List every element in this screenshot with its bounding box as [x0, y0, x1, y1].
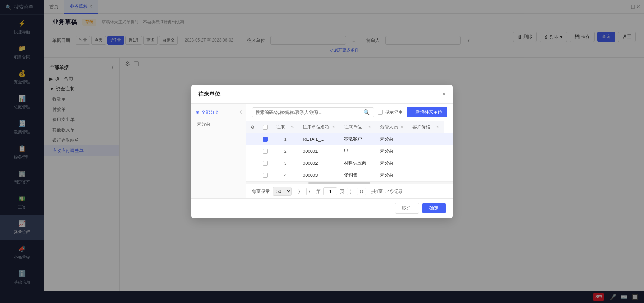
- row-name-cell: 材料供应商: [340, 157, 376, 169]
- row-checkbox-cell[interactable]: [259, 145, 272, 157]
- dialog-search-box[interactable]: 🔍: [252, 107, 374, 117]
- total-label: 共1页，4条记录: [371, 188, 403, 195]
- sort-icon: ⇅: [291, 125, 294, 129]
- row-checkbox[interactable]: [263, 173, 268, 178]
- row-index-cell: 4: [272, 169, 299, 181]
- th-name[interactable]: 往来单位名称 ⇅: [299, 121, 340, 133]
- collapse-icon[interactable]: 《: [237, 109, 242, 115]
- row-manager-cell: [408, 133, 444, 145]
- page-last-btn[interactable]: ⟩⟩: [357, 188, 366, 195]
- dialog-search-input[interactable]: [256, 110, 361, 115]
- row-category-cell: 未分类: [376, 133, 408, 145]
- cancel-button[interactable]: 取消: [395, 203, 419, 214]
- page-word: 第: [316, 188, 321, 195]
- dialog-overlay: 往来单位 × ⊞ 全部分类 《 未分类: [0, 0, 644, 303]
- th-category[interactable]: 往来单位... ⇅: [340, 121, 376, 133]
- table-row[interactable]: 2 000001 甲 未分类: [246, 145, 453, 157]
- row-setting-cell: [246, 169, 259, 181]
- row-checkbox[interactable]: [263, 149, 268, 154]
- row-price-cell: [444, 133, 453, 145]
- row-code-cell: RETAIL_...: [299, 133, 340, 145]
- row-setting-cell: [246, 145, 259, 157]
- page-prev-btn[interactable]: ⟨: [306, 188, 313, 195]
- row-checkbox-cell[interactable]: [259, 169, 272, 181]
- dialog-sidebar-unclassified[interactable]: 未分类: [191, 118, 246, 130]
- row-checkbox-cell[interactable]: [259, 157, 272, 169]
- dialog-scrollbar[interactable]: [246, 181, 453, 184]
- row-price-cell: [444, 157, 453, 169]
- row-manager-cell: [408, 169, 444, 181]
- page-size-select[interactable]: 50 100: [273, 187, 292, 196]
- th-price[interactable]: 客户价格... ⇅: [408, 121, 444, 133]
- dialog-table: ⚙ 往来... ⇅ 往来单位名称: [246, 121, 453, 181]
- row-category-cell: 未分类: [376, 169, 408, 181]
- row-manager-cell: [408, 145, 444, 157]
- table-row[interactable]: 1 RETAIL_... 零散客户 未分类: [246, 133, 453, 145]
- dialog-toolbar: 🔍 显示停用 + 新增往来单位: [246, 104, 453, 121]
- row-index-cell: 2: [272, 145, 299, 157]
- partner-dialog: 往来单位 × ⊞ 全部分类 《 未分类: [191, 85, 453, 218]
- row-price-cell: [444, 169, 453, 181]
- row-index-cell: 1: [272, 133, 299, 145]
- page-number-input[interactable]: [323, 187, 337, 195]
- th-checkbox[interactable]: [259, 121, 272, 133]
- dialog-table-wrap: ⚙ 往来... ⇅ 往来单位名称: [246, 121, 453, 181]
- sort-icon: ⇅: [332, 125, 335, 129]
- add-partner-button[interactable]: + 新增往来单位: [407, 107, 447, 117]
- row-code-cell: 000002: [299, 157, 340, 169]
- dialog-body: ⊞ 全部分类 《 未分类 🔍 显示停用: [191, 104, 453, 198]
- page-label: 页: [340, 188, 344, 195]
- confirm-button[interactable]: 确定: [422, 203, 446, 213]
- select-all-dialog-checkbox[interactable]: [263, 125, 268, 130]
- page-first-btn[interactable]: ⟨⟨: [295, 188, 303, 195]
- row-checkbox[interactable]: [263, 137, 268, 142]
- dialog-footer: 取消 确定: [191, 198, 453, 218]
- row-setting-cell: [246, 133, 259, 145]
- dialog-main: 🔍 显示停用 + 新增往来单位: [246, 104, 453, 198]
- th-manager[interactable]: 分管人员 ⇅: [376, 121, 408, 133]
- row-category-cell: 未分类: [376, 145, 408, 157]
- page-next-btn[interactable]: ⟩: [347, 188, 354, 195]
- table-row[interactable]: 3 000002 材料供应商 未分类: [246, 157, 453, 169]
- th-code[interactable]: 往来... ⇅: [272, 121, 299, 133]
- dialog-close-btn[interactable]: ×: [442, 91, 446, 98]
- grid-icon: ⊞: [196, 110, 199, 115]
- sort-icon: ⇅: [368, 125, 371, 129]
- row-category-cell: 未分类: [376, 157, 408, 169]
- row-price-cell: [444, 145, 453, 157]
- gear-icon: ⚙: [251, 125, 255, 130]
- row-index-cell: 3: [272, 157, 299, 169]
- dialog-all-category[interactable]: ⊞ 全部分类 《: [191, 106, 246, 118]
- row-code-cell: 000001: [299, 145, 340, 157]
- show-disabled-checkbox[interactable]: [378, 110, 383, 115]
- row-code-cell: 000003: [299, 169, 340, 181]
- row-manager-cell: [408, 157, 444, 169]
- row-checkbox-cell[interactable]: [259, 133, 272, 145]
- dialog-header: 往来单位 ×: [191, 85, 453, 104]
- page-size-label: 每页显示: [252, 188, 270, 195]
- row-name-cell: 张销售: [340, 169, 376, 181]
- row-setting-cell: [246, 157, 259, 169]
- search-icon: 🔍: [363, 109, 370, 116]
- dialog-title: 往来单位: [198, 91, 220, 98]
- sort-icon: ⇅: [401, 125, 403, 129]
- row-name-cell: 甲: [340, 145, 376, 157]
- th-setting[interactable]: ⚙: [246, 121, 259, 133]
- sort-icon: ⇅: [436, 125, 439, 129]
- row-checkbox[interactable]: [263, 161, 268, 166]
- dialog-pagination: 每页显示 50 100 ⟨⟨ ⟨ 第 页 ⟩ ⟩⟩ 共1页，4条记录: [246, 184, 453, 198]
- dialog-sidebar: ⊞ 全部分类 《 未分类: [191, 104, 246, 198]
- scrollbar-thumb[interactable]: [308, 182, 370, 184]
- table-row[interactable]: 4 000003 张销售 未分类: [246, 169, 453, 181]
- row-name-cell: 零散客户: [340, 133, 376, 145]
- show-disabled-option[interactable]: 显示停用: [378, 109, 403, 115]
